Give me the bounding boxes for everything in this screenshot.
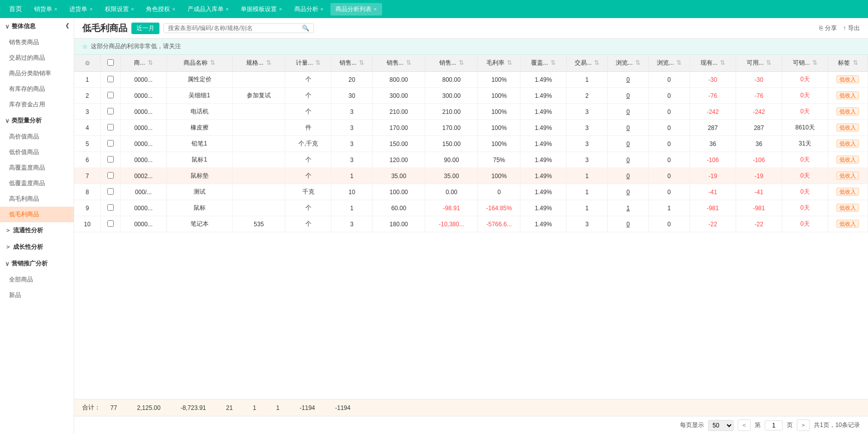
collapse-sidebar-icon[interactable]: 《 — [63, 22, 69, 31]
close-product-inbound-icon[interactable]: × — [226, 6, 229, 12]
cell-sales-qty: 10 — [331, 184, 373, 200]
nav-template[interactable]: 单据模板设置× — [236, 3, 287, 16]
row-checkbox[interactable] — [107, 188, 114, 195]
nav-sales[interactable]: 销货单× — [29, 3, 62, 16]
notice-text: 这部分商品的利润非常低，请关注 — [91, 42, 181, 51]
nav-analysis[interactable]: 商品分析× — [289, 3, 328, 16]
row-checkbox[interactable] — [107, 204, 114, 211]
th-sales-price[interactable]: 销售... ⇅ — [373, 55, 425, 72]
th-sales-amount[interactable]: 销售... ⇅ — [425, 55, 478, 72]
close-permissions-icon[interactable]: × — [131, 6, 134, 12]
sidebar-group-growth[interactable]: ＞ 成长性分析 — [0, 239, 74, 255]
close-analysis-list-icon[interactable]: × — [374, 6, 377, 12]
total-amount: -8,723.91 — [181, 404, 206, 411]
cell-checkbox[interactable] — [101, 88, 120, 104]
page-input[interactable] — [765, 420, 783, 430]
th-settings[interactable]: ⚙ — [74, 55, 101, 72]
cell-checkbox[interactable] — [101, 104, 120, 120]
search-icon[interactable]: 🔍 — [302, 25, 309, 32]
th-unit[interactable]: 计量... ⇅ — [285, 55, 331, 72]
sidebar-item-low-margin[interactable]: 低毛利商品 — [0, 207, 74, 222]
cell-checkbox[interactable] — [101, 72, 120, 88]
sidebar-item-stocked-products[interactable]: 有库存的商品 — [0, 81, 74, 97]
row-checkbox[interactable] — [107, 92, 114, 98]
th-margin-rate[interactable]: 毛利率 ⇅ — [478, 55, 520, 72]
sidebar-group-type-analysis[interactable]: ∨ 类型量分析 — [0, 112, 74, 129]
cell-unit: 个 — [285, 152, 331, 168]
close-sales-icon[interactable]: × — [54, 6, 57, 12]
next-page-button[interactable]: ＞ — [797, 419, 810, 431]
row-checkbox[interactable] — [107, 108, 114, 114]
th-stock-current[interactable]: 现有... ⇅ — [689, 55, 736, 72]
period-button[interactable]: 近一月 — [131, 23, 159, 34]
close-purchase-icon[interactable]: × — [89, 6, 92, 12]
th-code[interactable]: 商... ⇅ — [120, 55, 166, 72]
th-stock-avail[interactable]: 可用... ⇅ — [736, 55, 782, 72]
close-roles-icon[interactable]: × — [172, 6, 175, 12]
page-suffix: 页 — [787, 421, 793, 429]
th-transactions[interactable]: 交易... ⇅ — [567, 55, 608, 72]
sidebar-item-high-value[interactable]: 高价值商品 — [0, 129, 74, 144]
th-coverage[interactable]: 覆盖... ⇅ — [520, 55, 567, 72]
sidebar-item-stock-capital[interactable]: 库存资金占用 — [0, 97, 74, 112]
nav-home[interactable]: 首页 — [4, 3, 27, 16]
cell-tag: 低收入 — [828, 88, 867, 104]
sidebar-item-sales-products[interactable]: 销售类商品 — [0, 35, 74, 50]
th-tag[interactable]: 标签 ⇅ — [828, 55, 867, 72]
row-checkbox[interactable] — [107, 220, 114, 227]
th-sales-qty[interactable]: 销售... ⇅ — [331, 55, 373, 72]
sidebar-item-traded-products[interactable]: 交易过的商品 — [0, 50, 74, 66]
prev-page-button[interactable]: ＜ — [738, 419, 751, 431]
th-spec[interactable]: 规格... ⇅ — [232, 55, 285, 72]
cell-checkbox[interactable] — [101, 120, 120, 136]
export-button[interactable]: ↑ 导出 — [843, 24, 860, 33]
sidebar-item-high-margin[interactable]: 高毛利商品 — [0, 191, 74, 207]
cell-sales-qty: 1 — [331, 168, 373, 184]
sidebar-item-new-products[interactable]: 新品 — [0, 287, 74, 303]
close-template-icon[interactable]: × — [279, 6, 282, 12]
cell-checkbox[interactable] — [101, 136, 120, 152]
sidebar-item-all-products[interactable]: 全部商品 — [0, 272, 74, 287]
table-row: 3 0000... 电话机 个 3 210.00 210.00 100% 1.4… — [74, 104, 868, 120]
cell-checkbox[interactable] — [101, 184, 120, 200]
sidebar-group-overall[interactable]: ∨ 整体信息 《 — [0, 18, 74, 35]
close-analysis-icon[interactable]: × — [320, 6, 323, 12]
cell-checkbox[interactable] — [101, 152, 120, 168]
th-stock-sellable[interactable]: 可销... ⇅ — [782, 55, 828, 72]
cell-checkbox[interactable] — [101, 168, 120, 184]
cell-stock-sellable: 0天 — [782, 72, 828, 88]
cell-transactions: 3 — [567, 120, 608, 136]
nav-analysis-list[interactable]: 商品分析列表× — [330, 3, 382, 16]
cell-name: 鼠标垫 — [166, 168, 232, 184]
cell-code: 000/... — [120, 184, 166, 200]
row-checkbox[interactable] — [107, 140, 114, 147]
th-browse2[interactable]: 浏览... ⇅ — [648, 55, 689, 72]
sidebar-item-low-coverage[interactable]: 低覆盖度商品 — [0, 176, 74, 191]
cell-browse2: 0 — [648, 184, 689, 200]
row-checkbox[interactable] — [107, 172, 114, 179]
th-name[interactable]: 商品名称 ⇅ — [166, 55, 232, 72]
share-button[interactable]: ⎘ 分享 — [819, 24, 837, 33]
row-checkbox[interactable] — [107, 76, 114, 82]
nav-product-inbound[interactable]: 产成品入库单× — [183, 3, 234, 16]
cell-name: 吴细细1 — [166, 88, 232, 104]
cell-checkbox[interactable] — [101, 216, 120, 232]
sidebar-group-marketing[interactable]: ∨ 营销推广分析 — [0, 255, 74, 272]
table-row: 1 0000... 属性定价 个 20 800.00 800.00 100% 1… — [74, 72, 868, 88]
sidebar-item-low-value[interactable]: 低价值商品 — [0, 144, 74, 160]
row-checkbox[interactable] — [107, 124, 114, 130]
search-input[interactable] — [168, 25, 300, 32]
select-all-checkbox[interactable] — [107, 59, 114, 66]
nav-purchase[interactable]: 进货单× — [64, 3, 97, 16]
cell-transactions: 1 — [567, 168, 608, 184]
nav-roles[interactable]: 角色授权× — [141, 3, 180, 16]
cell-checkbox[interactable] — [101, 200, 120, 216]
per-page-select[interactable]: 50 100 200 — [708, 420, 734, 431]
sidebar-group-circulation[interactable]: ＞ 流通性分析 — [0, 222, 74, 239]
sidebar-item-category-sales-rate[interactable]: 商品分类助销率 — [0, 66, 74, 81]
settings-icon[interactable]: ⚙ — [85, 60, 90, 67]
sidebar-item-high-coverage[interactable]: 高覆盖度商品 — [0, 160, 74, 176]
th-browse1[interactable]: 浏览... ⇅ — [608, 55, 649, 72]
nav-permissions[interactable]: 权限设置× — [100, 3, 139, 16]
row-checkbox[interactable] — [107, 156, 114, 163]
